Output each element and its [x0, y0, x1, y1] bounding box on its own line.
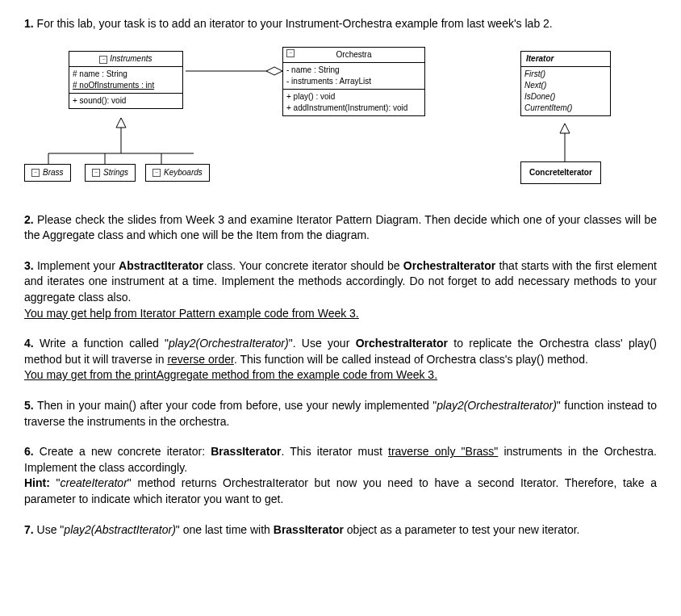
uml-instruments-title: − Instruments [69, 52, 182, 67]
uml-instruments: − Instruments # name : String # noOfInst… [69, 51, 183, 109]
q1-number: 1. [24, 17, 34, 30]
uml-brass: − Brass [24, 164, 71, 182]
collapse-icon: − [152, 169, 161, 177]
q3-number: 3. [24, 259, 34, 272]
question-1: 1. For this lab, your task is to add an … [24, 16, 657, 32]
q1-text: For this lab, your task is to add an ite… [37, 17, 553, 30]
uml-iterator-methods: First() Next() IsDone() CurrentItem() [521, 67, 610, 115]
question-3: 3. Implement your AbstractIterator class… [24, 258, 657, 321]
question-5: 5. Then in your main() after your code f… [24, 398, 657, 430]
q6-number: 6. [24, 445, 34, 458]
uml-orchestra-attrs: - name : String - instruments : ArrayLis… [283, 63, 424, 90]
uml-concrete-iterator: ConcreteIterator [520, 161, 601, 184]
uml-strings: − Strings [85, 164, 136, 182]
q5-number: 5. [24, 399, 34, 412]
collapse-icon: − [286, 49, 295, 57]
uml-orchestra: − Orchestra - name : String - instrument… [282, 47, 425, 116]
question-6: 6. Create a new concrete iterator: Brass… [24, 444, 657, 507]
collapse-icon: − [31, 169, 40, 177]
svg-marker-1 [116, 118, 126, 128]
uml-keyboards: − Keyboards [145, 164, 210, 182]
question-7: 7. Use "play2(AbstractIterator)" one las… [24, 522, 657, 538]
question-2: 2. Please check the slides from Week 3 a… [24, 212, 657, 244]
uml-diagram: − Instruments # name : String # noOfInst… [24, 47, 657, 192]
q4-number: 4. [24, 337, 34, 350]
question-4: 4. Write a function called "play2(Orches… [24, 336, 657, 383]
uml-instruments-ops: + sound(): void [69, 94, 182, 108]
q7-number: 7. [24, 523, 34, 536]
uml-iterator: Iterator First() Next() IsDone() Current… [520, 51, 611, 116]
svg-marker-9 [560, 124, 570, 133]
q6-hint-label: Hint: [24, 476, 50, 489]
uml-orchestra-title: − Orchestra [283, 48, 424, 63]
q2-number: 2. [24, 213, 34, 226]
uml-instruments-attrs: # name : String # noOfInstruments : int [69, 67, 182, 94]
svg-marker-7 [266, 67, 282, 75]
uml-orchestra-ops: + play() : void + addInstrument(Instrume… [283, 90, 424, 115]
collapse-icon: − [92, 169, 100, 177]
uml-iterator-title: Iterator [521, 52, 610, 67]
q2-text: Please check the slides from Week 3 and … [24, 213, 657, 242]
q3-help-note: You may get help from Iterator Pattern e… [24, 307, 359, 320]
q4-help-note: You may get from the printAggregate meth… [24, 368, 437, 381]
collapse-icon: − [99, 56, 107, 64]
